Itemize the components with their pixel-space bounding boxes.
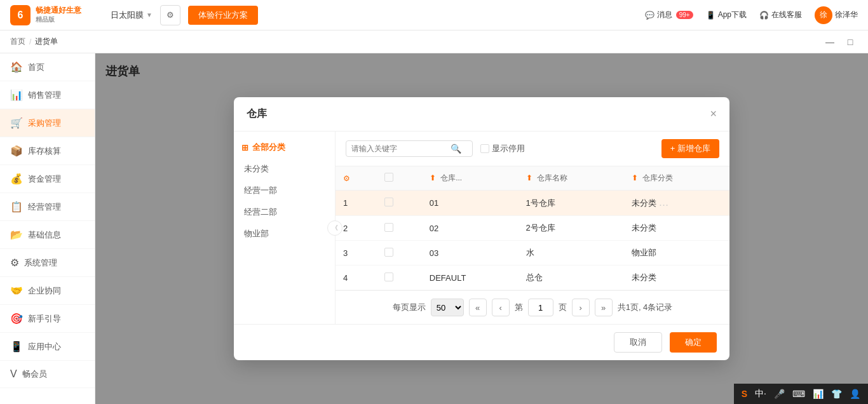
messages-button[interactable]: 💬 消息 99+ (645, 10, 693, 20)
bottom-bar: S 中· 🎤 ⌨ 📊 👕 👤 (734, 384, 868, 404)
category-item-property[interactable]: 物业部 (234, 223, 335, 245)
enterprise-icon: 🤝 (10, 285, 23, 297)
online-service-label: 在线客服 (771, 10, 802, 20)
nav-bar: 首页 / 进货单 — □ (0, 30, 868, 53)
row-checkbox[interactable] (377, 241, 422, 266)
breadcrumb: 首页 / 进货单 (10, 36, 58, 47)
show-disabled-checkbox-label[interactable]: 显示停用 (480, 143, 525, 154)
app-download-label: App下载 (718, 10, 747, 20)
sidebar-item-label: 资金管理 (28, 173, 61, 185)
search-input[interactable] (351, 144, 447, 153)
logo-text: 畅捷通好生意 (36, 6, 81, 16)
message-badge: 99+ (676, 11, 693, 19)
sidebar-item-label: 首页 (28, 62, 44, 73)
prev-page-button[interactable]: ‹ (492, 299, 510, 316)
sidebar-item-home[interactable]: 🏠 首页 (0, 53, 95, 81)
user-menu[interactable]: 徐 徐泽华 (815, 6, 858, 24)
row-actions[interactable]: … (658, 197, 670, 208)
sidebar-item-guide[interactable]: 🎯 新手引导 (0, 305, 95, 333)
breadcrumb-home[interactable]: 首页 (10, 36, 25, 47)
row-code: DEFAULT (422, 266, 519, 290)
table-row[interactable]: 3 03 水 物业部 (336, 241, 729, 266)
row-index: 4 (336, 266, 377, 290)
page-unit: 页 (559, 302, 567, 313)
row-checkbox[interactable] (377, 216, 422, 241)
first-page-button[interactable]: « (469, 299, 487, 316)
expand-button[interactable]: □ (843, 34, 858, 50)
collapse-button[interactable]: — (822, 34, 837, 50)
store-selector[interactable]: 日太阳膜 ▼ (111, 10, 153, 21)
sidebar-item-enterprise[interactable]: 🤝 企业协同 (0, 277, 95, 305)
sort-icon-name: ⬆ (526, 173, 532, 182)
category-item-ops2[interactable]: 经营二部 (234, 201, 335, 223)
table-header-row: ⚙ ⬆ 仓库... (336, 166, 729, 191)
table-row[interactable]: 4 DEFAULT 总仓 未分类 (336, 266, 729, 290)
apps-icon: 📱 (10, 340, 23, 353)
online-service-button[interactable]: 🎧 在线客服 (759, 10, 802, 20)
sidebar-item-system[interactable]: ⚙ 系统管理 (0, 249, 95, 277)
table-row[interactable]: 1 01 1号仓库 未分类 … (336, 191, 729, 216)
category-grid-icon: ⊞ (241, 143, 248, 152)
confirm-button[interactable]: 确定 (670, 332, 717, 353)
inventory-icon: 📦 (10, 145, 23, 157)
sidebar-item-vip[interactable]: V 畅会员 (0, 361, 95, 388)
sidebar-item-inventory[interactable]: 📦 库存核算 (0, 137, 95, 165)
sort-icon-category: ⬆ (632, 173, 638, 182)
app-download-button[interactable]: 📱 App下载 (706, 10, 747, 20)
modal-overlay: 仓库 × ⊞ 全部分类 《 未分类 (95, 53, 868, 404)
sidebar-item-basic-info[interactable]: 📂 基础信息 (0, 221, 95, 249)
modal-body: ⊞ 全部分类 《 未分类 经营一部 经营二部 (234, 131, 729, 324)
store-name: 日太阳膜 (111, 10, 144, 21)
row-name: 1号仓库 (519, 191, 624, 216)
search-box[interactable]: 🔍 (346, 140, 473, 157)
settings-button[interactable]: ⚙ (160, 5, 180, 25)
row-code: 01 (422, 191, 519, 216)
system-icon: ⚙ (10, 257, 19, 269)
page-number-input[interactable] (528, 299, 553, 316)
last-page-button[interactable]: » (595, 299, 613, 316)
modal-title: 仓库 (247, 107, 267, 121)
th-name: ⬆ 仓库名称 (519, 166, 624, 191)
shirt-icon: 👕 (831, 389, 842, 399)
add-warehouse-button[interactable]: + 新增仓库 (661, 139, 719, 158)
category-item-ops1[interactable]: 经营一部 (234, 180, 335, 201)
main-layout: 🏠 首页 📊 销售管理 🛒 采购管理 📦 库存核算 💰 资金管理 📋 经营管理 … (0, 53, 868, 404)
category-item-uncategorized[interactable]: 未分类 (234, 158, 335, 180)
th-code: ⬆ 仓库... (422, 166, 519, 191)
category-header-label: 全部分类 (252, 142, 285, 153)
select-all-checkbox[interactable] (384, 173, 393, 182)
warehouse-modal: 仓库 × ⊞ 全部分类 《 未分类 (234, 97, 729, 360)
row-name: 水 (519, 241, 624, 266)
mic-icon: 🎤 (774, 389, 785, 399)
category-header[interactable]: ⊞ 全部分类 (234, 137, 335, 158)
category-collapse-button[interactable]: 《 (327, 220, 342, 236)
show-disabled-checkbox[interactable] (480, 144, 489, 153)
try-industry-button[interactable]: 体验行业方案 (188, 6, 258, 25)
page-label: 第 (515, 302, 523, 313)
sidebar-item-apps[interactable]: 📱 应用中心 (0, 333, 95, 361)
row-checkbox[interactable] (377, 191, 422, 216)
row-checkbox[interactable] (377, 266, 422, 290)
search-icon: 🔍 (451, 144, 461, 154)
row-category: 未分类 (624, 216, 729, 241)
sidebar-item-label: 基础信息 (28, 229, 61, 241)
per-page-label: 每页显示 (393, 302, 426, 313)
table-row[interactable]: 2 02 2号仓库 未分类 (336, 216, 729, 241)
sidebar-item-label: 经营管理 (28, 201, 61, 213)
modal-close-button[interactable]: × (710, 107, 717, 121)
message-label: 消息 (657, 10, 672, 20)
sidebar-item-finance[interactable]: 💰 资金管理 (0, 165, 95, 193)
cancel-button[interactable]: 取消 (614, 332, 662, 353)
settings-col-icon[interactable]: ⚙ (343, 174, 350, 183)
row-index: 3 (336, 241, 377, 266)
sidebar-item-operations[interactable]: 📋 经营管理 (0, 193, 95, 221)
sidebar-item-purchase[interactable]: 🛒 采购管理 (0, 109, 95, 137)
show-disabled-label: 显示停用 (492, 143, 525, 154)
vip-icon: V (10, 368, 17, 380)
user-name: 徐泽华 (835, 10, 858, 20)
per-page-select[interactable]: 50 10 20 100 (431, 299, 464, 316)
next-page-button[interactable]: › (572, 299, 590, 316)
logo-text-area: 畅捷通好生意 精品版 (36, 6, 81, 25)
modal-header: 仓库 × (234, 97, 729, 131)
sidebar-item-sales[interactable]: 📊 销售管理 (0, 81, 95, 109)
